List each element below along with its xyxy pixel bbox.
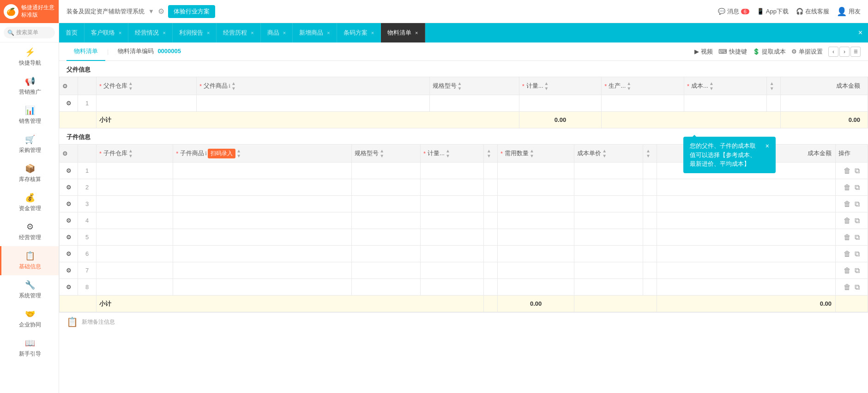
child-row1-settings[interactable]: ⚙ bbox=[60, 163, 78, 179]
parent-row-settings[interactable]: ⚙ bbox=[60, 95, 78, 112]
parent-subtotal-empty: 小计 bbox=[96, 112, 519, 128]
sidebar-nav-item-basic-info[interactable]: 📋 基础信息 bbox=[0, 246, 59, 275]
child-row6-delete-button[interactable]: 🗑 bbox=[843, 249, 852, 259]
child-row8-delete-button[interactable]: 🗑 bbox=[843, 282, 852, 292]
tab-goods[interactable]: 商品 × bbox=[261, 23, 293, 42]
child-row5-copy-button[interactable]: ⧉ bbox=[854, 232, 861, 242]
child-row3-settings[interactable]: ⚙ bbox=[60, 196, 78, 212]
child-th-settings[interactable]: ⚙ bbox=[60, 145, 78, 163]
shortcut-button[interactable]: ⌨ 快捷键 bbox=[718, 48, 747, 56]
settings-icon[interactable]: ⚙ bbox=[158, 7, 164, 16]
parent-row-spec[interactable] bbox=[429, 95, 519, 112]
parent-th-unit: *计量...▲▼ bbox=[519, 77, 602, 95]
child-row2-unit[interactable] bbox=[420, 179, 483, 196]
tab-bom[interactable]: 物料清单 × bbox=[381, 23, 425, 42]
child-row7-settings[interactable]: ⚙ bbox=[60, 262, 78, 279]
scan-input-button[interactable]: 扫码录入 bbox=[208, 149, 235, 158]
sidebar-nav-item-quick-nav[interactable]: ⚡ 快捷导航 bbox=[0, 42, 59, 72]
nav-grid-button[interactable]: ☰ bbox=[850, 47, 861, 57]
single-settings-button[interactable]: ⚙ 单据设置 bbox=[791, 48, 823, 56]
child-row7-delete-button[interactable]: 🗑 bbox=[843, 266, 852, 276]
tab-new-goods[interactable]: 新增商品 × bbox=[293, 23, 337, 42]
tab-history[interactable]: 经营历程 × bbox=[217, 23, 260, 42]
child-row7-copy-button[interactable]: ⧉ bbox=[854, 266, 861, 276]
tab-operations-close[interactable]: × bbox=[163, 30, 165, 36]
sidebar-nav-item-finance[interactable]: 💰 资金管理 bbox=[0, 188, 59, 217]
sidebar-nav-item-operations[interactable]: ⚙ 经营管理 bbox=[0, 217, 59, 246]
message-button[interactable]: 💬 消息 6 bbox=[718, 7, 749, 16]
parent-row-production[interactable] bbox=[602, 95, 684, 112]
sidebar-nav-item-system[interactable]: 🔧 系统管理 bbox=[0, 275, 59, 304]
child-row8-settings[interactable]: ⚙ bbox=[60, 279, 78, 296]
child-row2-qty[interactable] bbox=[497, 179, 574, 196]
child-row2-product[interactable] bbox=[173, 179, 352, 196]
sub-tab-bom-code[interactable]: 物料清单编码 0000005 bbox=[110, 42, 188, 61]
view-video-button[interactable]: ▶ 视频 bbox=[694, 48, 713, 56]
child-row4-delete-button[interactable]: 🗑 bbox=[843, 216, 852, 226]
child-row5-settings[interactable]: ⚙ bbox=[60, 229, 78, 246]
sidebar-nav-item-cooperation[interactable]: 🤝 企业协同 bbox=[0, 304, 59, 333]
child-row3-copy-button[interactable]: ⧉ bbox=[854, 199, 861, 209]
app-download-button[interactable]: 📱 App下载 bbox=[757, 7, 789, 16]
tab-customer-close[interactable]: × bbox=[119, 30, 121, 36]
parent-row-warehouse[interactable] bbox=[96, 95, 197, 112]
child-row6-copy-button[interactable]: ⧉ bbox=[854, 249, 861, 259]
sidebar-nav-item-guide[interactable]: 📖 新手引导 bbox=[0, 333, 59, 363]
child-row1-warehouse[interactable] bbox=[96, 163, 173, 179]
tab-profit[interactable]: 利润报告 × bbox=[173, 23, 217, 42]
sub-tab-bom-list[interactable]: 物料清单 bbox=[66, 42, 105, 61]
tab-bom-close[interactable]: × bbox=[415, 30, 418, 36]
search-menu-button[interactable]: 🔍 搜索菜单 bbox=[4, 27, 55, 38]
child-row2-spec[interactable] bbox=[352, 179, 421, 196]
child-row1-delete-button[interactable]: 🗑 bbox=[843, 166, 852, 176]
child-row1-qty[interactable] bbox=[497, 163, 574, 179]
experience-button[interactable]: 体验行业方案 bbox=[168, 5, 215, 18]
nav-next-button[interactable]: › bbox=[839, 47, 850, 57]
child-row3-delete-button[interactable]: 🗑 bbox=[843, 199, 852, 209]
child-row4-settings[interactable]: ⚙ bbox=[60, 212, 78, 229]
online-service-button[interactable]: 🎧 在线客服 bbox=[796, 7, 829, 16]
tab-goods-close[interactable]: × bbox=[283, 30, 286, 36]
child-row2-settings[interactable]: ⚙ bbox=[60, 179, 78, 196]
guide-label: 新手引导 bbox=[19, 350, 41, 358]
parent-row-product[interactable] bbox=[196, 95, 429, 112]
nav-prev-button[interactable]: ‹ bbox=[828, 47, 838, 57]
sidebar-nav-item-sales[interactable]: 📊 销售管理 bbox=[0, 101, 59, 130]
child-row5-delete-button[interactable]: 🗑 bbox=[843, 232, 852, 242]
child-row2-copy-button[interactable]: ⧉ bbox=[854, 182, 861, 193]
tab-close-all[interactable]: × bbox=[853, 29, 868, 37]
user-button[interactable]: 👤 用友 bbox=[837, 6, 861, 17]
tab-customer[interactable]: 客户联络 × bbox=[84, 23, 128, 42]
child-row6-settings[interactable]: ⚙ bbox=[60, 246, 78, 262]
extract-cost-button[interactable]: 💲 提取成本 bbox=[753, 48, 786, 56]
child-row1-unit[interactable] bbox=[420, 163, 483, 179]
parent-row-cost[interactable] bbox=[684, 95, 767, 112]
child-row1-copy-button[interactable]: ⧉ bbox=[854, 166, 861, 176]
inventory-icon: 📦 bbox=[25, 163, 35, 174]
child-row2-warehouse[interactable] bbox=[96, 179, 173, 196]
child-row1-unit-cost[interactable] bbox=[574, 163, 643, 179]
parent-th-settings[interactable]: ⚙ bbox=[60, 77, 78, 95]
bottom-area: 📋 新增备注信息 bbox=[59, 312, 868, 331]
sidebar-nav-item-inventory[interactable]: 📦 库存核算 bbox=[0, 159, 59, 188]
tab-barcode[interactable]: 条码方案 × bbox=[337, 23, 381, 42]
sidebar-search-container[interactable]: 🔍 搜索菜单 bbox=[0, 23, 59, 42]
tab-barcode-close[interactable]: × bbox=[371, 30, 374, 36]
tooltip-close-button[interactable]: × bbox=[766, 141, 769, 151]
dropdown-icon[interactable]: ▼ bbox=[148, 8, 154, 15]
tab-operations[interactable]: 经营情况 × bbox=[128, 23, 172, 42]
child-row2-unit-cost[interactable] bbox=[574, 179, 643, 196]
tab-history-close[interactable]: × bbox=[251, 30, 253, 36]
tab-new-goods-close[interactable]: × bbox=[327, 30, 330, 36]
child-row1-product[interactable] bbox=[173, 163, 352, 179]
child-row4-copy-button[interactable]: ⧉ bbox=[854, 216, 861, 226]
sidebar-nav-item-purchase[interactable]: 🛒 采购管理 bbox=[0, 130, 59, 159]
sidebar-nav-item-marketing[interactable]: 📢 营销推广 bbox=[0, 72, 59, 101]
child-row1-spec[interactable] bbox=[352, 163, 421, 179]
tab-profit-close[interactable]: × bbox=[207, 30, 210, 36]
child-row8-copy-button[interactable]: ⧉ bbox=[854, 282, 861, 292]
parent-row-unit[interactable] bbox=[519, 95, 602, 112]
tab-home[interactable]: 首页 bbox=[59, 23, 84, 42]
child-row2-delete-button[interactable]: 🗑 bbox=[843, 182, 852, 193]
child-table-row: ⚙ 5 🗑 ⧉ bbox=[60, 229, 868, 246]
